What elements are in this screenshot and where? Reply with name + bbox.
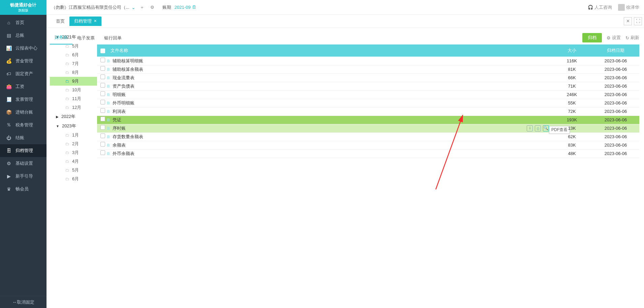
row-checkbox[interactable] — [100, 58, 105, 62]
page-tab-0[interactable]: 首页 — [51, 17, 69, 26]
logo-main: 畅捷通好会计 — [10, 2, 36, 8]
consult-link[interactable]: 🎧 人工咨询 — [588, 4, 612, 10]
table-row[interactable]: 🗎序时账⇩⎙🔍PDF查看13K2023-06-06 — [97, 124, 639, 132]
tree-month-2-2[interactable]: 🗀3月 — [50, 148, 97, 157]
tree-month-2-5[interactable]: 🗀6月 — [50, 175, 97, 183]
row-checkbox[interactable] — [100, 133, 105, 138]
file-date: 2023-06-06 — [592, 65, 639, 73]
fullscreen-button[interactable]: ⛶ — [634, 17, 642, 25]
close-icon: ⏻ — [6, 135, 11, 141]
close-icon[interactable]: ✕ — [94, 19, 97, 23]
select-all-checkbox[interactable] — [100, 49, 105, 53]
row-checkbox[interactable] — [100, 125, 105, 130]
inner-tab-1[interactable]: 电子发票 — [72, 32, 99, 44]
sidenav-item-10[interactable]: 🗄归档管理 — [0, 144, 47, 157]
table-row[interactable]: 🗎外币明细账55K2023-06-06 — [97, 99, 639, 107]
file-name: 外币明细账 — [113, 100, 134, 105]
table-row[interactable]: 🗎辅助核算余额表81K2023-06-06 — [97, 65, 639, 73]
row-checkbox[interactable] — [100, 74, 105, 79]
inner-tabs: 财务账电子发票银行回单 — [50, 31, 578, 44]
sidenav-item-4[interactable]: 🏷固定资产 — [0, 67, 47, 80]
file-date: 2023-06-06 — [592, 82, 639, 90]
tree-month-0-6[interactable]: 🗀11月 — [50, 94, 97, 103]
sidenav-item-9[interactable]: ⏻结账 — [0, 131, 47, 144]
file-size: 83K — [552, 141, 592, 149]
tree-month-0-7[interactable]: 🗀12月 — [50, 103, 97, 112]
row-checkbox[interactable] — [100, 150, 105, 155]
tree-month-2-1[interactable]: 🗀2月 — [50, 140, 97, 148]
tree-month-0-3[interactable]: 🗀8月 — [50, 68, 97, 77]
inner-tab-2[interactable]: 银行回单 — [99, 32, 126, 44]
row-checkbox[interactable] — [100, 108, 105, 113]
settings-link[interactable]: ⚙设置 — [607, 35, 621, 41]
add-button[interactable]: ＋ — [139, 4, 146, 11]
file-icon: 🗎 — [106, 143, 111, 148]
table-row[interactable]: 🗎凭证193K2023-06-06 — [97, 116, 639, 124]
tree-month-0-4[interactable]: 🗀9月 — [50, 77, 97, 86]
inner-tab-0[interactable]: 财务账 — [50, 32, 72, 44]
table-row[interactable]: 🗎辅助核算明细账116K2023-06-06 — [97, 57, 639, 65]
sidenav-label: 首页 — [16, 20, 24, 26]
unpin-button[interactable]: ↔ 取消固定 — [0, 296, 47, 308]
row-checkbox[interactable] — [100, 91, 105, 96]
refresh-link[interactable]: ↻刷新 — [625, 35, 639, 41]
table-row[interactable]: 🗎余额表83K2023-06-06 — [97, 141, 639, 149]
table-row[interactable]: 🗎利润表72K2023-06-06 — [97, 107, 639, 116]
table-row[interactable]: 🗎外币余额表48K2023-06-06 — [97, 149, 639, 158]
caret-icon: ▼ — [56, 124, 59, 128]
sidenav-item-12[interactable]: ▶新手引导 — [0, 170, 47, 183]
file-name: 序时账 — [113, 126, 126, 131]
row-checkbox[interactable] — [100, 100, 105, 104]
close-tab-button[interactable]: ✕ — [624, 17, 632, 25]
sidenav-item-13[interactable]: ♛畅会员 — [0, 183, 47, 195]
sidenav-label: 云报表中心 — [16, 45, 37, 51]
file-icon: 🗎 — [106, 59, 111, 63]
page-tab-1[interactable]: 归档管理✕ — [69, 17, 101, 26]
row-checkbox[interactable] — [100, 66, 105, 71]
file-date: 2023-06-06 — [592, 107, 639, 116]
table-row[interactable]: 🗎存货数量余额表62K2023-06-06 — [97, 132, 639, 141]
sidenav-label: 固定资产 — [16, 71, 33, 77]
sidenav-item-7[interactable]: 📦进销台账 — [0, 106, 47, 119]
sidenav-item-11[interactable]: ⚙基础设置 — [0, 157, 47, 170]
tree-month-2-0[interactable]: 🗀1月 — [50, 131, 97, 140]
file-name: 外币余额表 — [113, 151, 134, 156]
file-date: 2023-06-06 — [592, 57, 639, 65]
tree-year-2[interactable]: ▼2023年 — [50, 121, 97, 131]
row-checkbox[interactable] — [100, 117, 105, 121]
col-date: 归档日期 — [592, 44, 639, 57]
sidenav-item-1[interactable]: ▤总账 — [0, 29, 47, 42]
sidenav-item-6[interactable]: 🧾发票管理 — [0, 93, 47, 106]
view-icon[interactable]: 🔍PDF查看 — [543, 125, 549, 131]
pdf-icon[interactable]: ⎙ — [535, 125, 541, 131]
tree-month-0-5[interactable]: 🗀10月 — [50, 86, 97, 94]
company-selector[interactable]: （勿删）江西服宝精品有限责任公司（... ⌄ — [51, 4, 135, 10]
tree-month-2-4[interactable]: 🗀5月 — [50, 166, 97, 175]
table-row[interactable]: 🗎明细账246K2023-06-06 — [97, 90, 639, 99]
period-selector[interactable]: 2021-09 🗓 — [175, 5, 196, 10]
table-row[interactable]: 🗎现金流量表66K2023-06-06 — [97, 73, 639, 82]
folder-icon: 🗀 — [65, 96, 69, 101]
tree-month-0-1[interactable]: 🗀6月 — [50, 51, 97, 59]
table-row[interactable]: 🗎资产负债表71K2023-06-06 — [97, 82, 639, 90]
invoice-icon: 🧾 — [6, 97, 11, 102]
sidenav-label: 进销台账 — [16, 109, 33, 115]
file-date: 2023-06-06 — [592, 132, 639, 141]
row-checkbox[interactable] — [100, 142, 105, 147]
sidenav-item-8[interactable]: ％税务管理 — [0, 119, 47, 131]
sidenav-item-5[interactable]: 👛工资 — [0, 80, 47, 93]
sidenav-item-2[interactable]: 📊云报表中心 — [0, 42, 47, 55]
row-checkbox[interactable] — [100, 83, 105, 88]
calendar-icon: 🗓 — [192, 5, 196, 10]
tree-month-0-2[interactable]: 🗀7月 — [50, 59, 97, 68]
user-menu[interactable]: 徐泽华 — [618, 4, 639, 11]
gear-icon[interactable]: ⚙ — [149, 4, 156, 11]
ledger-icon: ▤ — [6, 33, 11, 38]
archive-button[interactable]: 归档 — [582, 33, 602, 42]
sidenav-item-0[interactable]: ⌂首页 — [0, 16, 47, 29]
tree-month-2-3[interactable]: 🗀4月 — [50, 157, 97, 166]
download-icon[interactable]: ⇩ — [527, 125, 533, 131]
folder-icon: 🗀 — [65, 177, 69, 181]
tree-year-1[interactable]: ▶2022年 — [50, 112, 97, 121]
sidenav-item-3[interactable]: 💰资金管理 — [0, 55, 47, 67]
